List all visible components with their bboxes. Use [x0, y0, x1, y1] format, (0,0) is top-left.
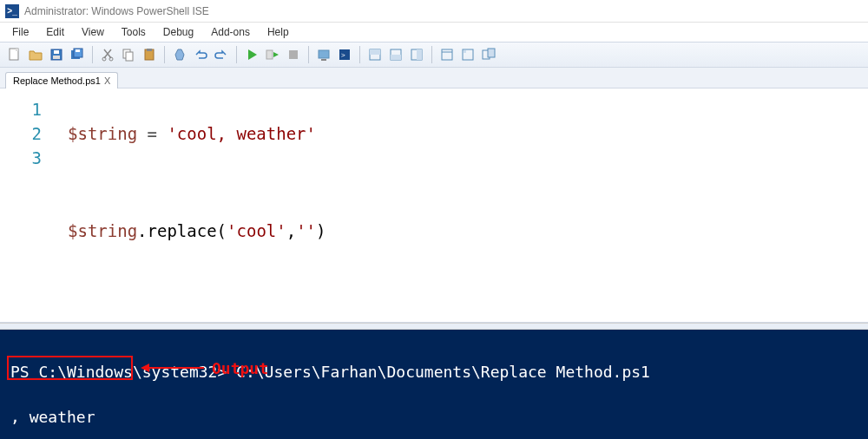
svg-rect-11 — [126, 52, 133, 61]
toolbar-separator — [359, 46, 360, 63]
svg-rect-13 — [147, 49, 152, 51]
svg-rect-31 — [488, 49, 495, 57]
code-variable: $string — [68, 221, 137, 240]
menu-debug[interactable]: Debug — [155, 23, 202, 41]
svg-rect-29 — [464, 50, 466, 53]
svg-rect-23 — [391, 55, 401, 60]
remote-icon[interactable] — [314, 45, 333, 64]
code-paren-open: ( — [217, 221, 227, 240]
svg-rect-25 — [417, 49, 422, 60]
code-comma: , — [286, 221, 296, 240]
code-string: 'cool' — [227, 221, 286, 240]
code-variable: $string — [68, 124, 137, 143]
menu-edit[interactable]: Edit — [37, 23, 73, 41]
new-file-icon[interactable] — [5, 45, 24, 64]
save-all-icon[interactable] — [68, 45, 87, 64]
svg-rect-3 — [54, 50, 59, 54]
svg-rect-16 — [319, 50, 329, 58]
line-number: 3 — [0, 146, 42, 170]
annotation-highlight-box — [7, 356, 133, 380]
code-string: 'cool, weather' — [167, 124, 316, 143]
svg-rect-26 — [442, 49, 452, 60]
window-title: Administrator: Windows PowerShell ISE — [24, 5, 209, 17]
menu-addons[interactable]: Add-ons — [202, 23, 259, 41]
line-number: 1 — [0, 97, 42, 121]
menu-tools[interactable]: Tools — [113, 23, 155, 41]
svg-rect-15 — [289, 50, 298, 59]
annotation-label: Output — [212, 357, 268, 380]
line-number: 2 — [0, 121, 42, 146]
svg-rect-4 — [53, 56, 60, 59]
svg-rect-1 — [16, 49, 18, 51]
copy-icon[interactable] — [119, 45, 138, 64]
tab-close-icon[interactable]: X — [104, 75, 110, 86]
stop-icon[interactable] — [284, 45, 303, 64]
file-tab[interactable]: Replace Method.ps1 X — [5, 72, 118, 88]
svg-rect-7 — [76, 49, 80, 52]
pane-icon[interactable] — [437, 45, 457, 64]
pane-icon[interactable] — [407, 45, 426, 64]
code-paren-close: ) — [316, 221, 326, 240]
annotation-arrow-icon — [139, 361, 208, 375]
run-selection-icon[interactable] — [263, 45, 282, 64]
open-file-icon[interactable] — [26, 45, 45, 64]
pane-icon[interactable] — [479, 45, 498, 64]
pane-icon[interactable] — [386, 45, 405, 64]
powershell-tab-icon[interactable]: > — [335, 45, 354, 64]
line-gutter: 1 2 3 — [0, 88, 52, 322]
toolbar-separator — [431, 46, 432, 63]
paste-icon[interactable] — [140, 45, 159, 64]
title-bar: >_ Administrator: Windows PowerShell ISE — [0, 0, 868, 23]
pane-icon[interactable] — [458, 45, 477, 64]
app-icon: >_ — [5, 4, 19, 18]
code-editor[interactable]: 1 2 3 $string = 'cool, weather' $string.… — [0, 88, 868, 323]
console-pane[interactable]: PS C:\Windows\system32> C:\Users\Farhan\… — [0, 330, 868, 439]
run-icon[interactable] — [242, 45, 261, 64]
undo-icon[interactable] — [191, 45, 210, 64]
tab-label: Replace Method.ps1 — [13, 75, 101, 86]
toolbar-separator — [236, 46, 237, 63]
pane-icon[interactable] — [365, 45, 385, 64]
code-operator: = — [137, 124, 167, 143]
pane-splitter[interactable] — [0, 323, 868, 330]
menu-file[interactable]: File — [3, 23, 37, 41]
cut-icon[interactable] — [98, 45, 117, 64]
code-string: '' — [296, 221, 316, 240]
save-icon[interactable] — [47, 45, 66, 64]
toolbar-separator — [308, 46, 309, 63]
toolbar: > — [0, 42, 868, 68]
editor-tab-bar: Replace Method.ps1 X — [0, 68, 868, 88]
toolbar-separator — [92, 46, 93, 63]
console-output: , weather — [10, 408, 95, 426]
svg-rect-21 — [370, 49, 380, 55]
menu-view[interactable]: View — [73, 23, 113, 41]
redo-icon[interactable] — [212, 45, 231, 64]
toolbar-separator — [164, 46, 165, 63]
clear-icon[interactable] — [170, 45, 189, 64]
code-dot: . — [137, 221, 147, 240]
svg-text:>: > — [341, 51, 345, 59]
menu-bar: File Edit View Tools Debug Add-ons Help — [0, 23, 868, 42]
code-method: replace — [148, 221, 217, 240]
code-content[interactable]: $string = 'cool, weather' $string.replac… — [52, 88, 326, 322]
console-command: C:\Users\Farhan\Documents\Replace Method… — [227, 363, 650, 381]
svg-rect-17 — [321, 59, 326, 61]
menu-help[interactable]: Help — [259, 23, 298, 41]
svg-rect-14 — [266, 50, 273, 59]
